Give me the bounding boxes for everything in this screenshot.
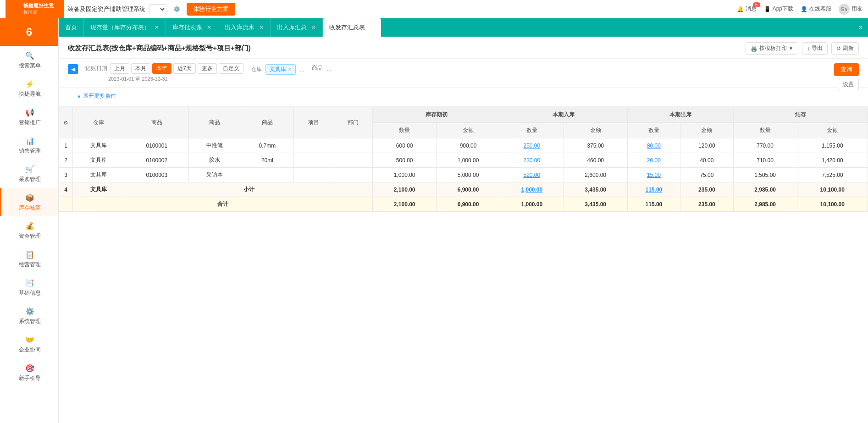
sidebar-item-basic[interactable]: 📑 基础信息 [0, 273, 58, 302]
cell-goods-code-1: 0100002 [125, 153, 188, 168]
table-row: 1 文具库 0100001 中性笔 0.7mm 600.00 900.00 25… [59, 138, 868, 153]
cell-out-qty-0[interactable]: 80.00 [627, 138, 680, 153]
warehouse-filter-more[interactable]: ... [299, 66, 305, 73]
date-filter-上月[interactable]: 上月 [110, 63, 129, 74]
tab-close-inventory-dist[interactable]: ✕ [155, 24, 159, 31]
tab-close-summary[interactable]: ✕ [311, 24, 316, 31]
cell-warehouse-2: 文具库 [73, 168, 125, 182]
cell-out-qty-1[interactable]: 20.00 [627, 153, 680, 168]
cell-no-2: 3 [59, 168, 73, 182]
cell-department-1 [333, 153, 373, 168]
sidebar-item-operations[interactable]: 📋 经营管理 [0, 245, 58, 273]
date-filter-近7天[interactable]: 近7天 [173, 63, 196, 74]
cell-goods-code-2: 0100003 [125, 168, 188, 182]
tab-close-flow[interactable]: ✕ [259, 24, 264, 31]
subtotal-in-qty[interactable]: 1,000.00 [500, 182, 564, 197]
sidebar-item-system[interactable]: ⚙️ 系统管理 [0, 302, 58, 330]
sidebar-label-enterprise: 企业协同 [19, 346, 41, 354]
tab-summary[interactable]: 出入库汇总✕ [271, 18, 323, 37]
table-row: 2 文具库 0100002 胶水 20ml 500.00 1,000.00 23… [59, 153, 868, 168]
sidebar-label-sales: 销售管理 [19, 147, 41, 155]
cell-out-qty-2[interactable]: 15.00 [627, 168, 680, 182]
cell-project-1 [294, 153, 333, 168]
sidebar-item-purchase[interactable]: 🛒 采购管理 [0, 159, 58, 188]
tab-flow[interactable]: 出入库流水✕ [218, 18, 271, 37]
total-in-amt: 3,435.00 [564, 197, 627, 212]
cell-closing-amt-0: 1,155.00 [797, 138, 868, 153]
th-opening-qty: 数量 [373, 123, 437, 138]
cell-no-0: 1 [59, 138, 73, 153]
date-filter-本年[interactable]: 本年 [152, 63, 171, 74]
th-warehouse: 仓库 [73, 107, 125, 138]
refresh-button[interactable]: ↺ 刷新 [831, 42, 859, 55]
sidebar-item-search[interactable]: 🔍 搜索菜单 [0, 46, 58, 74]
data-table: ⚙ 仓库 商品 商品 商品 项目 部门 库存期初 本期入库 本期出库 结存 [59, 107, 868, 212]
sidebar-item-inventory[interactable]: 📦 库存核算 [0, 188, 58, 216]
online-service-button[interactable]: 👤 在线客服 [801, 5, 831, 13]
tab-label-summary: 出入库汇总 [277, 23, 307, 32]
system-selector[interactable] [149, 4, 166, 14]
subtotal-closing-qty: 2,985.00 [733, 182, 797, 197]
expand-more-button[interactable]: ∨ 展开更多条件 [68, 89, 125, 103]
app-download-button[interactable]: 📱 App下载 [764, 5, 793, 13]
filter-settings-button[interactable]: 设置 [838, 78, 859, 91]
cell-goods-spec-1: 20ml [241, 153, 294, 168]
date-filter-本月[interactable]: 本月 [131, 63, 150, 74]
sidebar-label-operations: 经营管理 [19, 261, 41, 269]
tab-recv-send[interactable]: 收发存汇总表✕ [323, 18, 381, 37]
goods-filter-label: 商品 [312, 64, 323, 72]
experience-button[interactable]: 体验行业方案 [187, 3, 235, 16]
date-filter-自定义[interactable]: 自定义 [219, 63, 243, 74]
th-goods-name: 商品 [188, 107, 241, 138]
query-button[interactable]: 查询 [834, 63, 859, 76]
sidebar-label-finance: 资金管理 [19, 232, 41, 240]
sidebar-item-marketing[interactable]: 📢 营销推广 [0, 103, 58, 131]
cell-goods-name-2: 采访本 [188, 168, 241, 182]
print-button[interactable]: 🖨️ 按模板打印 ▼ [746, 42, 798, 55]
sidebar-item-quick-nav[interactable]: ⚡ 快捷导航 [0, 74, 58, 103]
tab-home[interactable]: 首页 [59, 18, 84, 37]
subtotal-opening-amt: 6,900.00 [437, 182, 500, 197]
messages-button[interactable]: 🔔 消息 6 [737, 5, 757, 13]
sidebar-label-system: 系统管理 [19, 318, 41, 325]
date-filter-更多[interactable]: 更多 [198, 63, 217, 74]
close-all-tabs-button[interactable]: ✕ [853, 24, 868, 31]
filter-collapse-btn[interactable]: ◀ [68, 64, 78, 74]
cell-goods-spec-0: 0.7mm [241, 138, 294, 153]
warehouse-tag[interactable]: 文具库 ✕ [265, 64, 296, 75]
settings-gear-icon[interactable]: ⚙️ [170, 3, 183, 16]
refresh-icon: ↺ [836, 45, 841, 52]
cell-out-amt-2: 75.00 [680, 168, 734, 182]
th-opening-amt: 金额 [437, 123, 500, 138]
cell-in-qty-0[interactable]: 250.00 [500, 138, 564, 153]
cell-department-0 [333, 138, 373, 153]
total-closing-qty: 2,985.00 [733, 197, 797, 212]
tabs-bar: 首页现存量（库存分布表）✕库存批次账✕出入库流水✕出入库汇总✕收发存汇总表✕ ✕ [59, 18, 868, 37]
cell-in-qty-1[interactable]: 230.00 [500, 153, 564, 168]
tab-batch[interactable]: 库存批次账✕ [166, 18, 218, 37]
cell-closing-qty-0: 770.00 [733, 138, 797, 153]
tab-close-batch[interactable]: ✕ [207, 24, 211, 31]
service-icon: 👤 [801, 6, 807, 12]
sidebar-item-finance[interactable]: 💰 资金管理 [0, 216, 58, 245]
goods-filter-more[interactable]: ... [326, 65, 332, 72]
cell-goods-spec-2 [241, 168, 294, 182]
subtotal-out-qty[interactable]: 115.00 [627, 182, 680, 197]
cell-closing-amt-2: 7,525.00 [797, 168, 868, 182]
user-menu[interactable]: Ea 用友 [839, 4, 862, 15]
cell-in-amt-2: 2,600.00 [564, 168, 627, 182]
tab-close-recv-send[interactable]: ✕ [370, 24, 374, 31]
cell-in-qty-2[interactable]: 520.00 [500, 168, 564, 182]
cell-no-1: 2 [59, 153, 73, 168]
bell-icon: 🔔 [737, 6, 744, 12]
sidebar-item-guide[interactable]: 🎯 新手引导 [0, 358, 58, 387]
warehouse-tag-close-icon[interactable]: ✕ [288, 67, 292, 72]
cell-in-amt-1: 460.00 [564, 153, 627, 168]
cell-goods-name-0: 中性笔 [188, 138, 241, 153]
sidebar-item-enterprise[interactable]: 🤝 企业协同 [0, 330, 58, 358]
table-settings-col[interactable]: ⚙ [59, 107, 73, 138]
export-button[interactable]: ↓ 导出 [802, 42, 828, 55]
sidebar-item-sales[interactable]: 📊 销售管理 [0, 131, 58, 159]
tab-inventory-dist[interactable]: 现存量（库存分布表）✕ [84, 18, 166, 37]
page-title: 收发存汇总表(按仓库+商品编码+商品+规格型号+项目+部门) [68, 44, 251, 53]
